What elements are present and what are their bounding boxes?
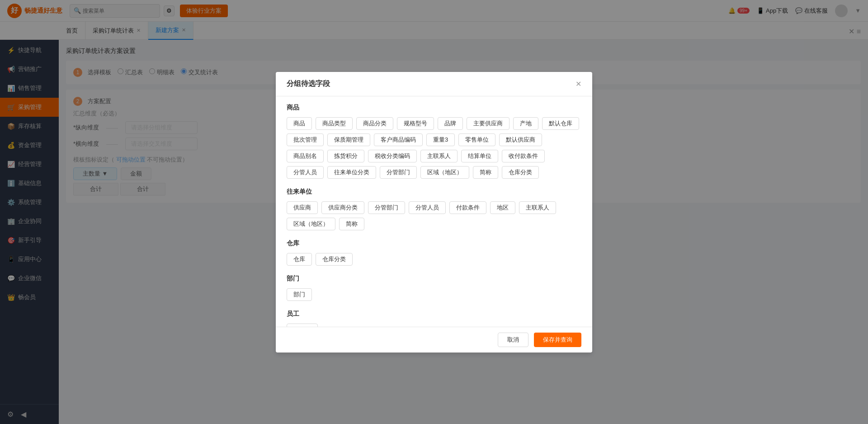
field-tag-product-25[interactable]: 仓库分类: [502, 166, 539, 179]
overlay: 分组待选字段 ✕ 商品商品商品类型商品分类规格型号品牌主要供应商产地默认仓库批次…: [0, 0, 868, 424]
section-partner: 往来单位供应商供应商分类分管部门分管人员付款条件地区主联系人区域（地区）简称: [287, 188, 581, 230]
field-tags-department: 部门: [287, 288, 581, 301]
dialog-body: 商品商品商品类型商品分类规格型号品牌主要供应商产地默认仓库批次管理保质期管理客户…: [276, 96, 592, 327]
field-tag-product-11[interactable]: 重量3: [426, 133, 455, 146]
field-tags-product: 商品商品类型商品分类规格型号品牌主要供应商产地默认仓库批次管理保质期管理客户商品…: [287, 117, 581, 179]
section-warehouse: 仓库仓库仓库分类: [287, 239, 581, 266]
field-tags-partner: 供应商供应商分类分管部门分管人员付款条件地区主联系人区域（地区）简称: [287, 201, 581, 230]
field-tag-product-23[interactable]: 区域（地区）: [420, 166, 469, 179]
field-tag-product-1[interactable]: 商品类型: [316, 117, 353, 130]
dialog-close-btn[interactable]: ✕: [576, 80, 581, 88]
field-tag-product-20[interactable]: 分管人员: [287, 166, 324, 179]
confirm-button[interactable]: 保存并查询: [534, 333, 581, 347]
section-title-employee: 员工: [287, 310, 581, 318]
field-tag-partner-6[interactable]: 主联系人: [519, 201, 556, 214]
field-tag-partner-8[interactable]: 简称: [339, 218, 364, 230]
dialog-header: 分组待选字段 ✕: [276, 72, 592, 96]
field-tag-product-3[interactable]: 规格型号: [397, 117, 434, 130]
field-tag-employee-0[interactable]: 业务员: [287, 324, 318, 327]
section-product: 商品商品商品类型商品分类规格型号品牌主要供应商产地默认仓库批次管理保质期管理客户…: [287, 104, 581, 179]
field-tag-warehouse-1[interactable]: 仓库分类: [316, 253, 353, 266]
field-tag-product-13[interactable]: 默认供应商: [499, 133, 542, 146]
field-tag-partner-0[interactable]: 供应商: [287, 201, 318, 214]
field-tag-product-0[interactable]: 商品: [287, 117, 312, 130]
section-employee: 员工业务员: [287, 310, 581, 327]
section-title-department: 部门: [287, 275, 581, 283]
field-tag-product-16[interactable]: 税收分类编码: [368, 150, 417, 162]
field-tag-product-18[interactable]: 结算单位: [461, 150, 498, 162]
field-tag-product-4[interactable]: 品牌: [438, 117, 463, 130]
field-tag-product-12[interactable]: 零售单位: [458, 133, 495, 146]
field-tag-product-8[interactable]: 批次管理: [287, 133, 324, 146]
section-department: 部门部门: [287, 275, 581, 301]
field-tag-partner-1[interactable]: 供应商分类: [321, 201, 364, 214]
field-tag-product-7[interactable]: 默认仓库: [542, 117, 579, 130]
field-tag-product-24[interactable]: 简称: [473, 166, 498, 179]
field-tags-employee: 业务员: [287, 324, 581, 327]
field-tag-product-19[interactable]: 收付款条件: [502, 150, 545, 162]
field-tag-product-6[interactable]: 产地: [513, 117, 538, 130]
field-tag-department-0[interactable]: 部门: [287, 288, 312, 301]
field-tag-product-5[interactable]: 主要供应商: [467, 117, 509, 130]
field-tag-partner-2[interactable]: 分管部门: [368, 201, 405, 214]
field-tag-product-22[interactable]: 分管部门: [380, 166, 417, 179]
cancel-button[interactable]: 取消: [498, 333, 528, 347]
dialog-footer: 取消 保存并查询: [276, 327, 592, 353]
field-tag-warehouse-0[interactable]: 仓库: [287, 253, 312, 266]
dialog: 分组待选字段 ✕ 商品商品商品类型商品分类规格型号品牌主要供应商产地默认仓库批次…: [276, 72, 592, 353]
field-tags-warehouse: 仓库仓库分类: [287, 253, 581, 266]
field-tag-product-17[interactable]: 主联系人: [420, 150, 458, 162]
field-tag-product-9[interactable]: 保质期管理: [327, 133, 370, 146]
field-tag-product-10[interactable]: 客户商品编码: [374, 133, 423, 146]
section-title-partner: 往来单位: [287, 188, 581, 196]
dialog-title: 分组待选字段: [287, 79, 330, 89]
field-tag-product-14[interactable]: 商品别名: [287, 150, 324, 162]
field-tag-partner-7[interactable]: 区域（地区）: [287, 218, 335, 230]
field-tag-partner-3[interactable]: 分管人员: [409, 201, 446, 214]
field-tag-product-15[interactable]: 拣货积分: [327, 150, 364, 162]
field-tag-product-21[interactable]: 往来单位分类: [327, 166, 376, 179]
field-tag-partner-5[interactable]: 地区: [490, 201, 515, 214]
section-title-product: 商品: [287, 104, 581, 112]
field-tag-product-2[interactable]: 商品分类: [356, 117, 393, 130]
section-title-warehouse: 仓库: [287, 239, 581, 248]
field-tag-partner-4[interactable]: 付款条件: [449, 201, 486, 214]
